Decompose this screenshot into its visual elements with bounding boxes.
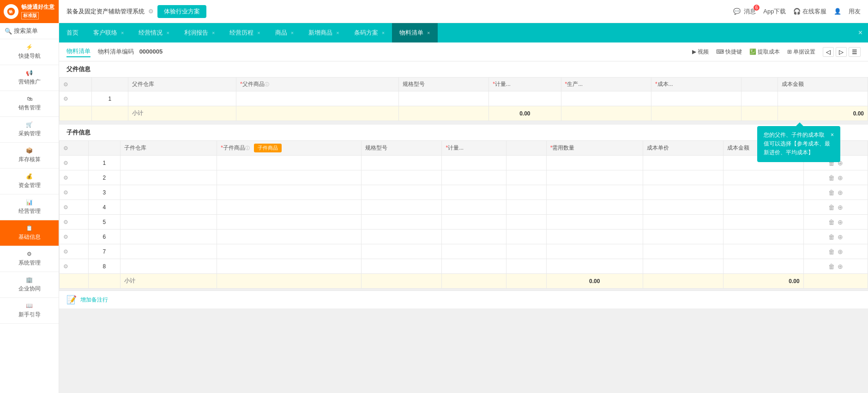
child-row-unit-cell[interactable] (442, 170, 506, 185)
online-service[interactable]: 🎧 在线客服 (793, 7, 826, 16)
tab-products-close[interactable]: × (291, 30, 294, 36)
tab-customer-close[interactable]: × (121, 30, 124, 36)
app-download[interactable]: App下载 (763, 7, 786, 16)
tab-new-products-close[interactable]: × (336, 30, 339, 36)
child-row-product-cell[interactable] (217, 156, 362, 170)
delete-icon[interactable]: 🗑 (828, 233, 835, 241)
tab-operation-status[interactable]: 经营情况 × (131, 23, 176, 42)
sidebar-item-purchase[interactable]: 🛒 采购管理 (0, 117, 59, 143)
tooltip-close-button[interactable]: × (831, 131, 834, 139)
child-row-warehouse-cell[interactable] (121, 259, 217, 274)
child-row-unit-cell[interactable] (442, 156, 506, 170)
experience-button[interactable]: 体验行业方案 (157, 5, 206, 18)
copy-icon[interactable]: ⊕ (838, 174, 843, 181)
child-row-cost-amount-cell[interactable] (723, 215, 803, 230)
tab-home[interactable]: 首页 (59, 23, 86, 42)
parent-row-product-cell[interactable] (236, 91, 399, 106)
row-gear-icon[interactable]: ⚙ (63, 96, 68, 102)
child-row-qty-cell[interactable] (546, 170, 643, 185)
child-row-cost-amount-cell[interactable] (723, 200, 803, 215)
next-page-btn[interactable]: ▷ (836, 47, 847, 57)
copy-icon[interactable]: ⊕ (838, 248, 843, 255)
child-row-product-cell[interactable] (217, 170, 362, 185)
nav-tab-close-all[interactable]: × (853, 29, 868, 37)
child-row-warehouse-cell[interactable] (121, 215, 217, 230)
child-row-warehouse-cell[interactable] (121, 230, 217, 244)
page-tab-bom[interactable]: 物料清单 (66, 46, 90, 57)
tab-products[interactable]: 商品 × (268, 23, 301, 42)
extract-cost-action[interactable]: 💹 提取成本 (749, 48, 780, 56)
child-row-qty-cell[interactable] (546, 200, 643, 215)
search-menu[interactable]: 🔍 搜索菜单 (0, 23, 59, 39)
sidebar-item-system[interactable]: ⚙ 系统管理 (0, 246, 59, 272)
child-row-gear-icon[interactable]: ⚙ (63, 263, 68, 270)
child-row-unit-cost-cell[interactable] (643, 259, 723, 274)
username[interactable]: 用友 (849, 7, 861, 16)
child-row-warehouse-cell[interactable] (121, 170, 217, 185)
child-row-spec-cell[interactable] (362, 156, 442, 170)
message-icon-wrapper[interactable]: 💬 6 消息 (733, 7, 756, 16)
tab-operation-history-close[interactable]: × (257, 30, 260, 36)
child-row-product-cell[interactable] (217, 185, 362, 200)
tab-profit-report[interactable]: 利润报告 × (177, 23, 222, 42)
child-row-gear-icon[interactable]: ⚙ (63, 175, 68, 181)
tab-barcode-close[interactable]: × (382, 30, 385, 36)
sidebar-item-enterprise[interactable]: 🏢 企业协同 (0, 272, 59, 298)
parent-settings-gear-icon[interactable]: ⚙ (63, 81, 68, 88)
sidebar-item-finance[interactable]: 💰 资金管理 (0, 169, 59, 194)
child-row-unit-cost-cell[interactable] (643, 185, 723, 200)
child-settings-gear-icon[interactable]: ⚙ (63, 145, 68, 151)
tab-bom-close[interactable]: × (427, 30, 430, 36)
sidebar-item-quick-nav[interactable]: ⚡ 快捷导航 (0, 39, 59, 65)
tab-operation-status-close[interactable]: × (166, 30, 169, 36)
child-row-spec-cell[interactable] (362, 230, 442, 244)
child-row-unit-cell[interactable] (442, 259, 506, 274)
tab-bom[interactable]: 物料清单 × (392, 23, 437, 42)
child-row-cost-amount-cell[interactable] (723, 230, 803, 244)
child-row-unit-cell[interactable] (442, 185, 506, 200)
child-row-gear-icon[interactable]: ⚙ (63, 160, 68, 166)
child-row-cost-amount-cell[interactable] (723, 185, 803, 200)
sidebar-item-inventory[interactable]: 📦 库存核算 (0, 143, 59, 169)
child-row-warehouse-cell[interactable] (121, 200, 217, 215)
child-row-qty-cell[interactable] (546, 156, 643, 170)
child-row-cost-amount-cell[interactable] (723, 244, 803, 259)
child-row-cost-amount-cell[interactable] (723, 170, 803, 185)
sidebar-item-operation[interactable]: 📊 经营管理 (0, 194, 59, 220)
child-row-qty-cell[interactable] (546, 215, 643, 230)
child-row-unit-cost-cell[interactable] (643, 230, 723, 244)
view-action[interactable]: ▶ 视频 (692, 48, 709, 56)
child-row-product-cell[interactable] (217, 215, 362, 230)
child-row-qty-cell[interactable] (546, 259, 643, 274)
shortcut-action[interactable]: ⌨ 快捷键 (716, 48, 742, 56)
tab-operation-history[interactable]: 经营历程 × (222, 23, 267, 42)
child-row-unit-cost-cell[interactable] (643, 215, 723, 230)
parent-row-spec-cell[interactable] (398, 91, 488, 106)
child-row-unit-cell[interactable] (442, 215, 506, 230)
delete-icon[interactable]: 🗑 (828, 248, 835, 255)
copy-icon[interactable]: ⊕ (838, 233, 843, 241)
child-row-gear-icon[interactable]: ⚙ (63, 204, 68, 211)
child-row-spec-cell[interactable] (362, 170, 442, 185)
copy-icon[interactable]: ⊕ (838, 218, 843, 226)
child-row-unit-cell[interactable] (442, 230, 506, 244)
child-row-spec-cell[interactable] (362, 259, 442, 274)
settings-icon[interactable]: ⚙ (148, 8, 154, 15)
child-row-gear-icon[interactable]: ⚙ (63, 219, 68, 225)
parent-row-cost-amount-cell[interactable] (778, 91, 868, 106)
child-row-spec-cell[interactable] (362, 185, 442, 200)
delete-icon[interactable]: 🗑 (828, 263, 835, 270)
copy-icon[interactable]: ⊕ (838, 204, 843, 211)
child-row-unit-cell[interactable] (442, 244, 506, 259)
delete-icon[interactable]: 🗑 (828, 189, 835, 196)
sidebar-item-guide[interactable]: 📖 新手引导 (0, 298, 59, 324)
sidebar-item-marketing[interactable]: 📢 营销推广 (0, 65, 59, 91)
parent-row-warehouse-cell[interactable] (128, 91, 236, 106)
add-remark-label[interactable]: 增加备注行 (80, 296, 108, 304)
sidebar-item-basic[interactable]: 📋 基础信息 (0, 220, 59, 246)
tab-profit-report-close[interactable]: × (212, 30, 215, 36)
tab-barcode[interactable]: 条码方案 × (347, 23, 392, 42)
child-row-warehouse-cell[interactable] (121, 185, 217, 200)
child-row-unit-cell[interactable] (442, 200, 506, 215)
delete-icon[interactable]: 🗑 (828, 174, 835, 181)
